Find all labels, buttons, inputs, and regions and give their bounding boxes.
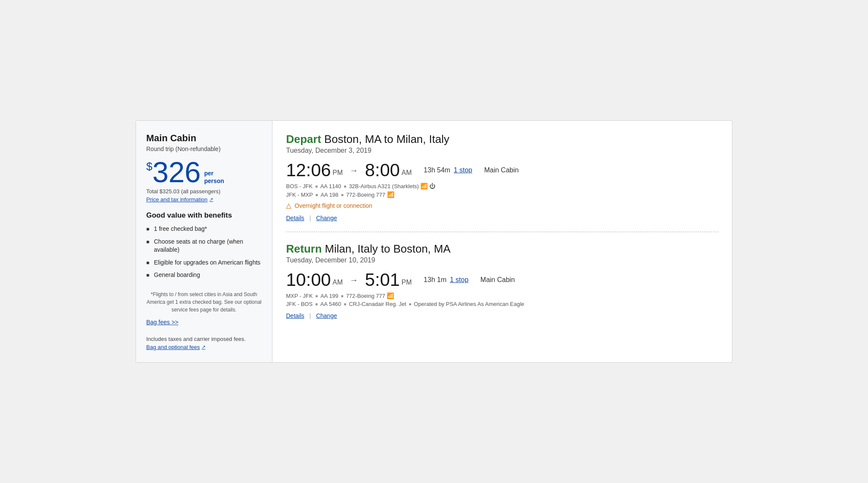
- price-amount: 326: [152, 157, 200, 186]
- depart-action-links: Details | Change: [286, 215, 718, 221]
- depart-leg2-route: JFK - MXP: [286, 192, 313, 198]
- return-leg1-details: MXP - JFK ■ AA 199 ■ 772-Boeing 777 📶: [286, 292, 718, 299]
- depart-leg1-route: BOS - JFK: [286, 183, 312, 189]
- return-section: Return Milan, Italy to Boston, MA Tuesda…: [286, 242, 718, 319]
- return-leg2-operated: Operated by PSA Airlines As American Eag…: [414, 301, 524, 307]
- price-row: $ 326 perperson: [146, 157, 262, 186]
- return-leg2-flight: AA 5460: [320, 301, 341, 307]
- depart-cabin-label: Main Cabin: [484, 166, 519, 174]
- benefits-list: ■ 1 free checked bag* ■ Choose seats at …: [146, 225, 262, 284]
- depart-times-row: 12:06 PM → 8:00 AM 13h 54m 1 stop Main C…: [286, 161, 718, 179]
- return-route: Milan, Italy to Boston, MA: [325, 242, 451, 255]
- depart-leg1-details: BOS - JFK ■ AA 1140 ■ 32B-Airbus A321 (S…: [286, 183, 718, 189]
- overnight-warning: △ Overnight flight or connection: [286, 201, 718, 209]
- dollar-sign: $: [146, 161, 152, 172]
- price-tax-link[interactable]: Price and tax information ↗: [146, 196, 262, 203]
- return-date: Tuesday, December 10, 2019: [286, 256, 718, 264]
- depart-depart-period: PM: [333, 169, 343, 177]
- depart-section: Depart Boston, MA to Milan, Italy Tuesda…: [286, 133, 718, 221]
- arrow-icon-2: →: [350, 275, 358, 285]
- left-panel: Main Cabin Round trip (Non-refundable) $…: [136, 121, 272, 362]
- return-leg1-aircraft: 772-Boeing 777: [346, 293, 385, 299]
- depart-arrive-time: 8:00: [365, 161, 400, 179]
- return-depart-period: AM: [333, 279, 343, 286]
- depart-details-link[interactable]: Details: [286, 215, 304, 221]
- benefits-title: Good value with benefits: [146, 211, 262, 220]
- depart-leg1-aircraft: 32B-Airbus A321 (Sharklets): [349, 183, 419, 189]
- per-person-label: perperson: [204, 169, 224, 185]
- return-change-link[interactable]: Change: [316, 312, 337, 319]
- return-duration: 13h 1m: [424, 276, 446, 284]
- wifi-icon: 📶: [420, 183, 428, 189]
- depart-date: Tuesday, December 3, 2019: [286, 147, 718, 154]
- right-panel: Depart Boston, MA to Milan, Italy Tuesda…: [272, 121, 732, 362]
- booking-card: Main Cabin Round trip (Non-refundable) $…: [136, 120, 732, 363]
- benefit-item: ■ Choose seats at no charge (when availa…: [146, 238, 262, 254]
- benefit-item: ■ Eligible for upgrades on American flig…: [146, 259, 262, 267]
- return-arrive-period: PM: [402, 279, 412, 286]
- depart-route: Boston, MA to Milan, Italy: [324, 133, 449, 145]
- return-leg2-details: JFK - BOS ■ AA 5460 ■ CRJ-Canadair Reg. …: [286, 301, 718, 307]
- return-word: Return: [286, 242, 322, 255]
- return-action-links: Details | Change: [286, 312, 718, 319]
- depart-leg2-flight: AA 198: [321, 192, 339, 198]
- depart-duration: 13h 54m: [424, 166, 450, 174]
- depart-leg1-flight: AA 1140: [320, 183, 341, 189]
- depart-header: Depart Boston, MA to Milan, Italy Tuesda…: [286, 133, 718, 154]
- section-divider: [286, 232, 718, 232]
- depart-leg2-aircraft: 772-Boeing 777: [346, 192, 385, 198]
- depart-stops-link[interactable]: 1 stop: [454, 166, 472, 174]
- return-title: Return Milan, Italy to Boston, MA: [286, 242, 718, 256]
- depart-leg2-details: JFK - MXP ■ AA 198 ■ 772-Boeing 777 📶: [286, 191, 718, 198]
- external-link-icon-2: ↗: [202, 344, 205, 350]
- power-icon: ⏻: [429, 183, 435, 189]
- return-leg1-route: MXP - JFK: [286, 293, 313, 299]
- bag-optional-link[interactable]: Bag and optional fees ↗: [146, 344, 262, 350]
- return-times-row: 10:00 AM → 5:01 PM 13h 1m 1 stop Main Ca…: [286, 271, 718, 289]
- cabin-type: Main Cabin: [146, 133, 262, 144]
- return-leg1-flight: AA 199: [321, 293, 339, 299]
- depart-title: Depart Boston, MA to Milan, Italy: [286, 133, 718, 146]
- total-price: Total $325.03 (all passengers): [146, 188, 262, 195]
- depart-arrive-period: AM: [402, 169, 412, 177]
- return-leg2-route: JFK - BOS: [286, 301, 312, 307]
- depart-depart-time: 12:06: [286, 161, 331, 179]
- wifi-icon-2: 📶: [387, 191, 394, 198]
- depart-change-link[interactable]: Change: [316, 215, 337, 221]
- trip-type: Round trip (Non-refundable): [146, 145, 262, 152]
- benefit-item: ■ 1 free checked bag*: [146, 225, 262, 233]
- bag-fees-link[interactable]: Bag fees >>: [146, 319, 262, 326]
- overnight-text: Overnight flight or connection: [295, 202, 372, 209]
- wifi-icon-3: 📶: [387, 292, 394, 299]
- arrow-icon: →: [350, 166, 358, 175]
- return-details-link[interactable]: Details: [286, 312, 304, 319]
- return-leg2-aircraft: CRJ-Canadair Reg. Jet: [349, 301, 406, 307]
- warning-triangle-icon: △: [286, 201, 291, 209]
- depart-word: Depart: [286, 133, 321, 145]
- return-header: Return Milan, Italy to Boston, MA Tuesda…: [286, 242, 718, 264]
- footnote: *Flights to / from select cities in Asia…: [146, 291, 262, 314]
- return-stops-link[interactable]: 1 stop: [450, 276, 469, 284]
- benefit-item: ■ General boarding: [146, 271, 262, 279]
- taxes-note: Includes taxes and carrier imposed fees.: [146, 336, 262, 342]
- external-link-icon: ↗: [209, 197, 213, 202]
- return-cabin-label: Main Cabin: [480, 276, 515, 284]
- return-arrive-time: 5:01: [365, 271, 400, 289]
- return-depart-time: 10:00: [286, 271, 331, 289]
